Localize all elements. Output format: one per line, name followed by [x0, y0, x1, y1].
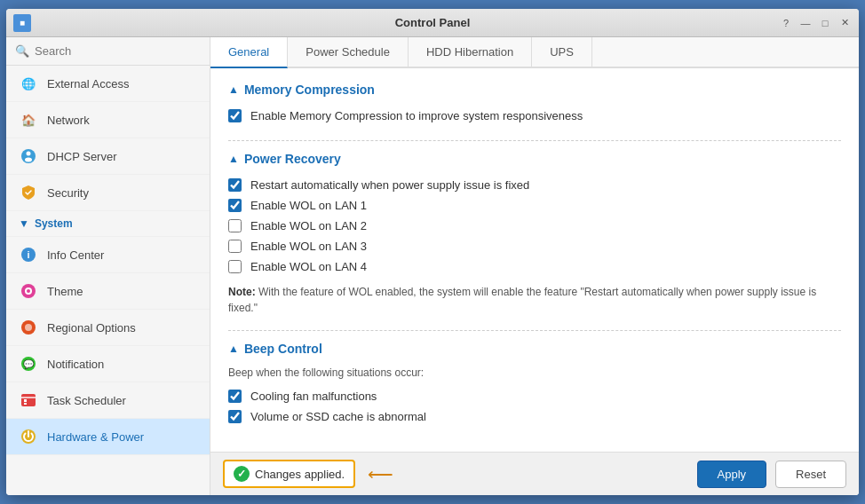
theme-icon [19, 281, 38, 301]
restart-power-checkbox[interactable] [228, 178, 242, 192]
tab-ups[interactable]: UPS [532, 37, 592, 67]
search-icon: 🔍 [15, 44, 29, 58]
sidebar-item-notification[interactable]: 💬 Notification [6, 346, 210, 382]
note-label: Note: [228, 286, 256, 298]
note-content: With the feature of WOL enabled, the sys… [228, 286, 816, 314]
svg-point-1 [27, 152, 31, 156]
beep-cooling-fan-label: Cooling fan malfunctions [250, 390, 377, 403]
wol-lan1-checkbox[interactable] [228, 199, 242, 212]
main-panel: General Power Schedule HDD Hibernation U… [210, 37, 859, 495]
arrow-icon: ⟵ [368, 463, 393, 484]
sidebar-item-security[interactable]: Security [6, 175, 210, 211]
sidebar-item-label: Task Scheduler [47, 394, 126, 407]
sidebar-item-label: Network [47, 114, 90, 127]
sidebar-item-label: External Access [47, 77, 130, 91]
search-input[interactable] [35, 44, 201, 58]
svg-rect-15 [24, 403, 27, 405]
sidebar: 🔍 🌐 External Access 🏠 Network DHCP Serve… [6, 37, 210, 495]
power-recovery-note: Note: With the feature of WOL enabled, t… [228, 284, 841, 316]
wol-lan2-row: Enable WOL on LAN 2 [228, 216, 841, 236]
sidebar-item-network[interactable]: 🏠 Network [6, 102, 210, 138]
chevron-down-icon: ▼ [19, 217, 29, 230]
tab-power-schedule[interactable]: Power Schedule [288, 37, 409, 67]
security-icon [19, 183, 38, 202]
search-bar[interactable]: 🔍 [6, 37, 210, 66]
status-text: Changes applied. [255, 468, 345, 481]
content-area: 🔍 🌐 External Access 🏠 Network DHCP Serve… [6, 37, 859, 495]
svg-rect-12 [21, 394, 36, 406]
memory-compression-header: ▲ Memory Compression [228, 83, 841, 97]
section-label: System [35, 217, 73, 230]
svg-text:i: i [27, 249, 29, 260]
svg-rect-13 [21, 397, 36, 398]
tab-bar: General Power Schedule HDD Hibernation U… [210, 37, 859, 68]
minimize-button[interactable]: — [798, 16, 813, 30]
hardware-power-icon [19, 427, 38, 446]
svg-rect-14 [24, 399, 27, 402]
sidebar-item-label: Theme [47, 285, 83, 298]
window-controls: ? — □ ✕ [779, 16, 852, 30]
restart-power-label: Restart automatically when power supply … [250, 178, 529, 192]
wol-lan4-label: Enable WOL on LAN 4 [250, 260, 367, 273]
help-button[interactable]: ? [779, 16, 793, 30]
apply-button[interactable]: Apply [697, 461, 767, 488]
svg-point-7 [27, 289, 30, 293]
wol-lan3-label: Enable WOL on LAN 3 [250, 240, 367, 253]
wol-lan4-row: Enable WOL on LAN 4 [228, 256, 841, 277]
svg-text:💬: 💬 [23, 358, 35, 370]
main-content-wrapper: ▲ Memory Compression Enable Memory Compr… [210, 68, 859, 452]
svg-point-2 [25, 158, 32, 162]
memory-compression-section: ▲ Memory Compression Enable Memory Compr… [228, 83, 841, 126]
dhcp-icon [19, 146, 38, 166]
sidebar-item-label: Notification [47, 358, 104, 371]
power-recovery-section: ▲ Power Recovery Restart automatically w… [228, 152, 841, 316]
beep-description: Beep when the following situations occur… [228, 365, 841, 381]
beep-volume-ssd-checkbox[interactable] [228, 410, 242, 423]
notification-icon: 💬 [19, 354, 38, 374]
sidebar-item-label: Hardware & Power [47, 430, 144, 444]
app-icon: ■ [13, 14, 31, 32]
status-badge: ✓ Changes applied. [223, 460, 355, 488]
wol-lan3-row: Enable WOL on LAN 3 [228, 236, 841, 256]
close-button[interactable]: ✕ [837, 16, 852, 30]
sidebar-item-task-scheduler[interactable]: Task Scheduler [6, 382, 210, 419]
maximize-button[interactable]: □ [818, 16, 832, 30]
sidebar-item-hardware-power[interactable]: Hardware & Power [6, 419, 210, 455]
reset-button[interactable]: Reset [775, 461, 846, 488]
sidebar-item-label: DHCP Server [47, 150, 117, 163]
titlebar: ■ Control Panel ? — □ ✕ [6, 9, 859, 37]
sidebar-item-dhcp-server[interactable]: DHCP Server [6, 138, 210, 175]
wol-lan4-checkbox[interactable] [228, 260, 242, 273]
wol-lan1-row: Enable WOL on LAN 1 [228, 195, 841, 216]
check-icon: ✓ [234, 466, 250, 482]
beep-cooling-fan-row: Cooling fan malfunctions [228, 386, 841, 406]
beep-volume-ssd-label: Volume or SSD cache is abnormal [250, 410, 426, 423]
sidebar-item-label: Info Center [47, 248, 104, 262]
sidebar-item-external-access[interactable]: 🌐 External Access [6, 66, 210, 102]
enable-memory-compression-checkbox[interactable] [228, 109, 242, 122]
sidebar-item-label: Regional Options [47, 321, 136, 335]
wol-lan2-checkbox[interactable] [228, 219, 242, 232]
wol-lan3-checkbox[interactable] [228, 240, 242, 253]
sidebar-item-theme[interactable]: Theme [6, 273, 210, 310]
tab-general[interactable]: General [210, 37, 288, 68]
memory-compression-row: Enable Memory Compression to improve sys… [228, 106, 841, 126]
window-title: Control Panel [395, 16, 471, 29]
sidebar-item-label: Security [47, 186, 89, 200]
chevron-up-icon-3: ▲ [228, 343, 239, 355]
beep-cooling-fan-checkbox[interactable] [228, 390, 242, 403]
wol-lan2-label: Enable WOL on LAN 2 [250, 219, 367, 232]
chevron-up-icon: ▲ [228, 83, 239, 96]
tab-hdd-hibernation[interactable]: HDD Hibernation [409, 37, 532, 67]
section-title: Beep Control [244, 342, 322, 356]
system-section-header[interactable]: ▼ System [6, 211, 210, 237]
beep-control-header: ▲ Beep Control [228, 342, 841, 356]
section-title: Memory Compression [244, 83, 375, 97]
wol-lan1-label: Enable WOL on LAN 1 [250, 199, 367, 212]
chevron-up-icon-2: ▲ [228, 153, 239, 165]
beep-control-section: ▲ Beep Control Beep when the following s… [228, 342, 841, 427]
beep-volume-ssd-row: Volume or SSD cache is abnormal [228, 406, 841, 427]
control-panel-window: ■ Control Panel ? — □ ✕ 🔍 🌐 External Acc… [6, 9, 859, 495]
sidebar-item-regional-options[interactable]: Regional Options [6, 310, 210, 346]
sidebar-item-info-center[interactable]: i Info Center [6, 237, 210, 273]
